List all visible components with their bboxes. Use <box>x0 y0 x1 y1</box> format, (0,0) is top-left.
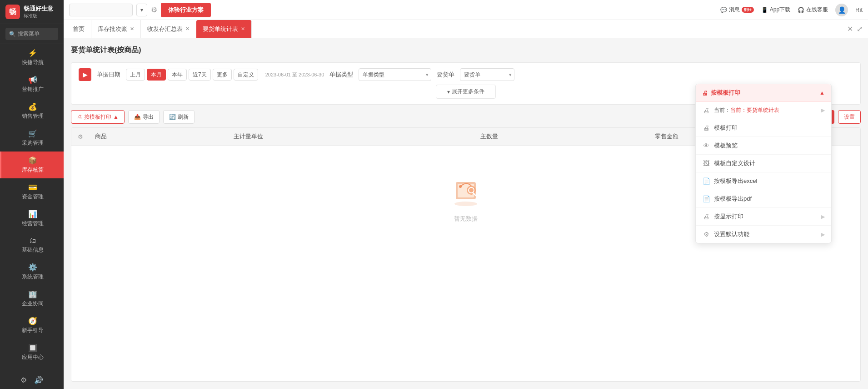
current-icon: 🖨 <box>702 107 710 114</box>
period-7days[interactable]: 近7天 <box>189 69 211 81</box>
sidebar-item-label: 快捷导航 <box>22 59 44 66</box>
tab-receipt-summary-close[interactable]: ✕ <box>185 26 190 32</box>
template-preview-label: 模板预览 <box>714 141 738 150</box>
sidebar-search-section: 🔍 搜索菜单 <box>0 24 64 44</box>
col-settings[interactable]: ⚙ <box>71 128 90 146</box>
export-button[interactable]: 📤 导出 <box>128 110 160 124</box>
display-print-icon: 🖨 <box>702 213 710 220</box>
print-menu-display-print[interactable]: 🖨 按显示打印 ▶ <box>696 208 831 226</box>
username-label: Rit <box>855 6 863 13</box>
sidebar-item-quick-nav[interactable]: ⚡ 快捷导航 <box>0 44 64 71</box>
app-download-label: App下载 <box>770 6 790 14</box>
sidebar: 畅 畅通好生意 标准版 🔍 搜索菜单 ⚡ 快捷导航 📢 营销推广 💰 销售管理 … <box>0 0 64 389</box>
bill-type-select[interactable]: 单据类型 <box>359 68 431 81</box>
sidebar-item-basic[interactable]: 🗂 基础信息 <box>0 232 64 258</box>
bill-type-label: 单据类型 <box>329 71 353 79</box>
template-custom-icon: 🖼 <box>702 160 710 167</box>
tab-order-summary-close[interactable]: ✕ <box>241 26 245 32</box>
print-template-button[interactable]: 🖨 按模板打印 ▲ <box>71 110 125 124</box>
tab-order-summary[interactable]: 要货单统计表 ✕ <box>196 20 252 38</box>
sidebar-search-button[interactable]: 🔍 搜索菜单 <box>5 28 58 40</box>
refresh-button[interactable]: 🔄 刷新 <box>163 110 195 124</box>
print-menu-default-settings[interactable]: ⚙ 设置默认功能 ▶ <box>696 226 831 243</box>
period-current-month[interactable]: 本月 <box>147 69 166 81</box>
message-item[interactable]: 💬 消息 99+ <box>720 6 754 14</box>
empty-text: 暂无数据 <box>454 215 478 223</box>
chevron-up-icon: ▲ <box>113 114 119 120</box>
tab-batch-account[interactable]: 库存批次账 ✕ <box>91 20 141 38</box>
date-range-text: 2023-06-01 至 2023-06-30 <box>265 71 324 78</box>
sidebar-item-label: 系统管理 <box>22 273 44 281</box>
sidebar-item-label: 资金管理 <box>22 193 44 201</box>
bill-type-select-wrapper: 单据类型 <box>359 68 431 81</box>
settings-button[interactable]: 设置 <box>838 110 861 124</box>
print-menu-export-excel[interactable]: 📄 按模板导出excel <box>696 172 831 190</box>
tab-home[interactable]: 首页 <box>69 20 91 38</box>
print-menu-template-print[interactable]: 🖨 模板打印 <box>696 119 831 137</box>
speaker-bottom-icon[interactable]: 🔊 <box>34 376 43 384</box>
period-current-year[interactable]: 本年 <box>168 69 187 81</box>
service-icon: 🎧 <box>798 7 804 13</box>
expand-more-button[interactable]: ▾ 展开更多条件 <box>436 85 496 99</box>
online-service-item[interactable]: 🎧 在线客服 <box>798 6 828 14</box>
sidebar-item-system[interactable]: ⚙️ 系统管理 <box>0 258 64 285</box>
print-header-icon: 🖨 <box>702 90 708 96</box>
topbar-search-input[interactable] <box>69 4 133 16</box>
gear-icon[interactable]: ⚙ <box>151 5 157 14</box>
period-prev-month[interactable]: 上月 <box>126 69 145 81</box>
sidebar-item-inventory[interactable]: 📦 库存核算 <box>0 152 64 178</box>
sidebar-item-sales[interactable]: 💰 销售管理 <box>0 98 64 125</box>
maximize-tab-button[interactable]: ⤢ <box>857 25 863 33</box>
print-menu-current[interactable]: 🖨 当前：当前：要货单统计表 ▶ <box>696 102 831 119</box>
basic-icon: 🗂 <box>29 237 36 245</box>
col-qty: 主数量 <box>475 128 649 146</box>
sidebar-item-operations[interactable]: 📊 经营管理 <box>0 205 64 232</box>
settings-bottom-icon[interactable]: ⚙ <box>20 376 27 384</box>
message-label: 消息 <box>729 6 740 14</box>
date-period-group: 上月 本月 本年 近7天 更多 自定义 <box>126 69 258 81</box>
tab-home-label: 首页 <box>73 25 85 33</box>
template-print-icon: 🖨 <box>702 124 710 131</box>
industry-btn[interactable]: 体验行业方案 <box>161 3 211 17</box>
print-menu-export-pdf[interactable]: 📄 按模板导出pdf <box>696 190 831 208</box>
sidebar-item-finance[interactable]: 💳 资金管理 <box>0 178 64 205</box>
display-print-chevron: ▶ <box>821 214 825 220</box>
goods-type-select[interactable]: 要货单 <box>460 68 514 81</box>
tab-receipt-summary[interactable]: 收发存汇总表 ✕ <box>141 20 196 38</box>
sidebar-item-wechat[interactable]: 💬 企业微信 <box>0 366 64 371</box>
marketing-icon: 📢 <box>28 76 37 84</box>
sidebar-item-purchase[interactable]: 🛒 采购管理 <box>0 125 64 152</box>
sidebar-item-apps[interactable]: 🔲 应用中心 <box>0 339 64 366</box>
system-icon: ⚙️ <box>28 263 37 272</box>
avatar[interactable]: 👤 <box>835 4 848 16</box>
period-more[interactable]: 更多 <box>213 69 232 81</box>
tabs-bar-right: ✕ ⤢ <box>847 25 863 33</box>
refresh-icon: 🔄 <box>169 114 176 120</box>
print-menu-template-preview[interactable]: 👁 模板预览 <box>696 137 831 155</box>
sidebar-item-marketing[interactable]: 📢 营销推广 <box>0 71 64 98</box>
print-dropdown-header: 🖨 按模板打印 ▲ <box>696 84 831 102</box>
table-settings-gear[interactable]: ⚙ <box>78 133 83 140</box>
sidebar-item-guide[interactable]: 🧭 新手引导 <box>0 312 64 339</box>
tab-batch-account-close[interactable]: ✕ <box>130 26 134 32</box>
company-icon: 🏢 <box>28 290 37 298</box>
app-logo-icon: 畅 <box>5 5 20 19</box>
sidebar-item-company[interactable]: 🏢 企业协同 <box>0 285 64 312</box>
print-menu-template-custom[interactable]: 🖼 模板自定义设计 <box>696 155 831 172</box>
sales-icon: 💰 <box>28 102 37 111</box>
sidebar-item-label: 营销推广 <box>22 86 44 93</box>
close-tab-button[interactable]: ✕ <box>847 25 853 33</box>
topbar-dropdown-button[interactable]: ▾ <box>136 4 147 16</box>
filter-toggle-button[interactable]: ▶ <box>79 68 91 81</box>
empty-illustration <box>448 173 484 209</box>
tabs-bar: 首页 库存批次账 ✕ 收发存汇总表 ✕ 要货单统计表 ✕ ✕ ⤢ <box>64 20 868 38</box>
period-custom[interactable]: 自定义 <box>234 69 258 81</box>
download-icon: 📱 <box>761 7 768 13</box>
chevron-up-icon[interactable]: ▲ <box>819 90 825 96</box>
app-download-item[interactable]: 📱 App下载 <box>761 6 790 14</box>
export-pdf-icon: 📄 <box>702 195 710 202</box>
expand-icon: ▾ <box>447 89 450 95</box>
finance-icon: 💳 <box>28 183 37 192</box>
tab-receipt-summary-label: 收发存汇总表 <box>147 25 183 33</box>
print-dropdown-title: 🖨 按模板打印 <box>702 89 740 97</box>
